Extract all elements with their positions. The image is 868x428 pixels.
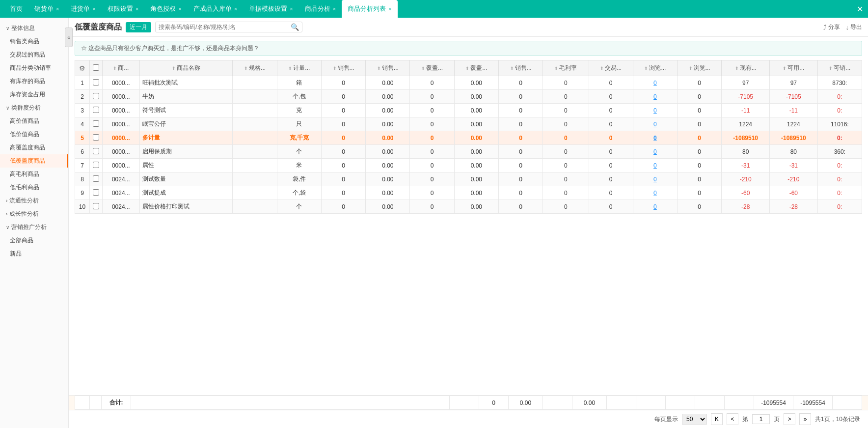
row-browse1[interactable]: 0 (633, 159, 677, 172)
row-sales-amt: 0.00 (366, 76, 410, 90)
col-sales3[interactable]: ⬆销售... (498, 60, 542, 76)
sidebar-item-low-value[interactable]: 低价值商品 (0, 128, 68, 141)
col-spec[interactable]: ⬆规格... (233, 60, 277, 76)
row-browse1[interactable]: 0 (633, 172, 677, 186)
row-browse1[interactable]: 0 (633, 76, 677, 90)
row-checkbox[interactable] (90, 90, 103, 104)
row-sales3: 0 (498, 117, 542, 131)
col-gross-margin[interactable]: ⬆毛利率 (543, 60, 589, 76)
close-tab-7[interactable]: × (333, 6, 336, 12)
sidebar-item-all-goods[interactable]: 全部商品 (0, 234, 68, 247)
row-checkbox[interactable] (90, 104, 103, 117)
row-checkbox[interactable] (90, 76, 103, 90)
tab-purchase-order[interactable]: 进货单 × (65, 0, 101, 18)
row-current: 80 (722, 145, 770, 159)
col-browse1[interactable]: ⬆浏览... (633, 60, 677, 76)
col-unit[interactable]: ⬆计量... (277, 60, 321, 76)
col-browse2[interactable]: ⬆浏览... (678, 60, 722, 76)
close-tab-2[interactable]: × (92, 6, 95, 12)
sidebar: ∨ 整体信息 销售类商品 交易过的商品 商品分类动销率 有库存的商品 库存资金占… (0, 18, 69, 428)
row-browse1[interactable]: 0 (633, 90, 677, 104)
row-checkbox[interactable] (90, 159, 103, 172)
close-tab-1[interactable]: × (56, 6, 59, 12)
sidebar-section-circulation[interactable]: › 流通性分析 (0, 194, 68, 207)
tab-roles[interactable]: 角色授权 × (144, 0, 187, 18)
row-sellable: 0: (817, 200, 862, 214)
page-header: 低覆盖度商品 近一月 🔍 ⤴ 分享 ↓ 导出 (69, 18, 868, 37)
close-tab-6[interactable]: × (290, 6, 293, 12)
prev-page-btn[interactable]: < (727, 413, 738, 425)
sidebar-item-category-sales-rate[interactable]: 商品分类动销率 (0, 61, 68, 75)
col-sellable[interactable]: ⬆可销... (817, 60, 862, 76)
select-all-checkbox[interactable] (93, 64, 99, 71)
sidebar-collapse-btn[interactable]: « (65, 28, 73, 47)
sidebar-item-traded-goods[interactable]: 交易过的商品 (0, 48, 68, 61)
last-page-btn[interactable]: » (799, 413, 811, 425)
row-checkbox[interactable] (90, 172, 103, 186)
sidebar-section-cluster[interactable]: ∨ 类群度分析 (0, 101, 68, 114)
sidebar-item-low-margin[interactable]: 低毛利商品 (0, 181, 68, 194)
col-name[interactable]: ⬆商品名称 (139, 60, 233, 76)
row-unit: 只 (277, 117, 321, 131)
col-current-stock[interactable]: ⬆现有... (722, 60, 770, 76)
sidebar-section-marketing[interactable]: ∨ 营销推广分析 (0, 221, 68, 234)
col-code[interactable]: ⬆商... (103, 60, 140, 76)
settings-icon[interactable]: ⚙ (79, 64, 85, 72)
row-checkbox[interactable] (90, 131, 103, 145)
time-filter-btn[interactable]: 近一月 (126, 22, 151, 32)
next-page-btn[interactable]: > (784, 413, 795, 425)
close-tab-8[interactable]: × (388, 6, 391, 12)
row-browse1[interactable]: 0 (633, 186, 677, 200)
totals-current: -1095554 (754, 396, 793, 410)
close-tab-5[interactable]: × (234, 6, 237, 12)
share-btn[interactable]: ⤴ 分享 (823, 23, 840, 31)
row-gross-margin: 0 (543, 90, 589, 104)
row-trade: 0 (589, 159, 633, 172)
tab-product-analysis[interactable]: 商品分析 × (299, 0, 342, 18)
tab-permissions[interactable]: 权限设置 × (102, 0, 144, 18)
col-settings[interactable]: ⚙ (75, 60, 90, 76)
col-sales-amt[interactable]: ⬆销售... (366, 60, 410, 76)
row-browse2: 0 (678, 104, 722, 117)
sidebar-item-low-coverage[interactable]: 低覆盖度商品 (0, 154, 68, 168)
sidebar-section-growth[interactable]: › 成长性分析 (0, 207, 68, 221)
page-number-input[interactable] (752, 414, 770, 424)
row-browse1[interactable]: 0 (633, 117, 677, 131)
sidebar-item-high-coverage[interactable]: 高覆盖度商品 (0, 141, 68, 154)
col-coverage1[interactable]: ⬆覆盖... (410, 60, 454, 76)
sidebar-item-sales-goods[interactable]: 销售类商品 (0, 35, 68, 48)
row-spec (233, 117, 277, 131)
sidebar-item-in-stock-goods[interactable]: 有库存的商品 (0, 75, 68, 88)
col-available-stock[interactable]: ⬆可用... (770, 60, 818, 76)
row-browse1[interactable]: 0 (633, 104, 677, 117)
tab-product-storage[interactable]: 产成品入库单 × (188, 0, 243, 18)
sidebar-item-high-margin[interactable]: 高毛利商品 (0, 168, 68, 181)
row-checkbox[interactable] (90, 145, 103, 159)
row-browse1[interactable]: 0 (633, 145, 677, 159)
col-coverage2[interactable]: ⬆覆盖... (454, 60, 498, 76)
tab-home[interactable]: 首页 (4, 0, 28, 18)
export-btn[interactable]: ↓ 导出 (846, 23, 863, 31)
row-trade: 0 (589, 131, 633, 145)
search-input[interactable] (159, 24, 291, 30)
tab-template-settings[interactable]: 单据模板设置 × (243, 0, 298, 18)
close-tab-3[interactable]: × (136, 6, 138, 12)
sidebar-item-new-goods[interactable]: 新品 (0, 247, 68, 260)
per-page-select[interactable]: 50 10 20 100 (682, 414, 707, 425)
sidebar-item-high-value[interactable]: 高价值商品 (0, 114, 68, 128)
row-browse1[interactable]: 0 (633, 200, 677, 214)
tab-sales-order[interactable]: 销货单 × (28, 0, 65, 18)
col-trade[interactable]: ⬆交易... (589, 60, 633, 76)
close-tab-4[interactable]: × (178, 6, 181, 12)
window-close-btn[interactable]: ✕ (857, 4, 863, 14)
row-checkbox[interactable] (90, 200, 103, 214)
row-checkbox[interactable] (90, 117, 103, 131)
sidebar-item-inventory-capital[interactable]: 库存资金占用 (0, 88, 68, 101)
first-page-btn[interactable]: K (711, 413, 723, 425)
row-browse1[interactable]: 0 (633, 131, 677, 145)
tab-product-analysis-list[interactable]: 商品分析列表 × (342, 0, 397, 18)
search-icon[interactable]: 🔍 (291, 23, 299, 31)
sidebar-section-overall[interactable]: ∨ 整体信息 (0, 22, 68, 35)
col-sales-qty[interactable]: ⬆销售... (321, 60, 365, 76)
row-checkbox[interactable] (90, 186, 103, 200)
